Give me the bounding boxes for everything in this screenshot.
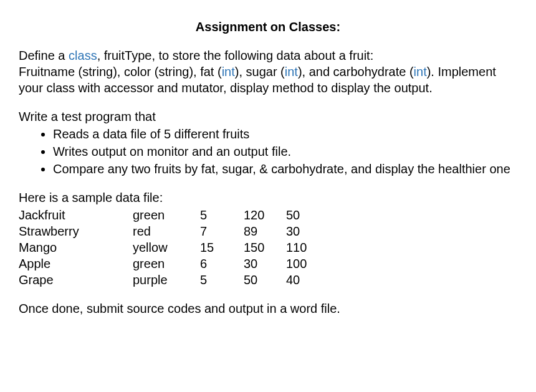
cell-fat: 6 bbox=[200, 256, 244, 272]
list-item: Compare any two fruits by fat, sugar, & … bbox=[53, 161, 517, 177]
keyword-int-2: int bbox=[285, 65, 298, 79]
footer-text: Once done, submit source codes and outpu… bbox=[19, 300, 517, 317]
cell-fat: 5 bbox=[200, 207, 244, 223]
cell-fat: 7 bbox=[200, 223, 244, 239]
cell-color: yellow bbox=[133, 239, 200, 256]
cell-color: green bbox=[133, 207, 200, 223]
sample-data-label: Here is a sample data file: bbox=[19, 189, 517, 206]
table-row: Mango yellow 15 150 110 bbox=[19, 239, 322, 256]
cell-sugar: 30 bbox=[244, 256, 286, 272]
cell-carb: 40 bbox=[286, 272, 322, 288]
test-program-lead: Write a test program that bbox=[19, 108, 517, 125]
cell-carb: 100 bbox=[286, 256, 322, 272]
intro-text-2: , fruitType, to store the following data… bbox=[97, 49, 374, 62]
cell-name: Grape bbox=[19, 272, 133, 288]
cell-fat: 5 bbox=[200, 272, 244, 288]
intro-text-3: Fruitname (string), color (string), fat … bbox=[19, 65, 222, 79]
sample-data-table: Jackfruit green 5 120 50 Strawberry red … bbox=[19, 207, 322, 288]
cell-fat: 15 bbox=[200, 239, 244, 256]
cell-color: green bbox=[133, 256, 200, 272]
intro-text-4: ), sugar ( bbox=[235, 65, 285, 79]
cell-name: Mango bbox=[19, 239, 133, 256]
table-row: Strawberry red 7 89 30 bbox=[19, 223, 322, 239]
table-row: Apple green 6 30 100 bbox=[19, 256, 322, 272]
intro-paragraph: Define a class, fruitType, to store the … bbox=[19, 47, 517, 96]
cell-name: Apple bbox=[19, 256, 133, 272]
intro-text-1: Define a bbox=[19, 49, 69, 62]
cell-carb: 50 bbox=[286, 207, 322, 223]
requirements-list: Reads a data file of 5 different fruits … bbox=[19, 126, 517, 177]
list-item: Writes output on monitor and an output f… bbox=[53, 143, 517, 160]
keyword-class: class bbox=[69, 49, 97, 62]
keyword-int-1: int bbox=[222, 65, 235, 79]
intro-text-5: ), and carbohydrate ( bbox=[298, 65, 414, 79]
page-title: Assignment on Classes: bbox=[19, 19, 517, 35]
table-row: Jackfruit green 5 120 50 bbox=[19, 207, 322, 223]
list-item: Reads a data file of 5 different fruits bbox=[53, 126, 517, 142]
table-row: Grape purple 5 50 40 bbox=[19, 272, 322, 288]
cell-color: red bbox=[133, 223, 200, 239]
cell-sugar: 150 bbox=[244, 239, 286, 256]
cell-name: Jackfruit bbox=[19, 207, 133, 223]
cell-carb: 30 bbox=[286, 223, 322, 239]
cell-sugar: 89 bbox=[244, 223, 286, 239]
keyword-int-3: int bbox=[414, 65, 427, 79]
cell-carb: 110 bbox=[286, 239, 322, 256]
cell-sugar: 50 bbox=[244, 272, 286, 288]
cell-name: Strawberry bbox=[19, 223, 133, 239]
cell-color: purple bbox=[133, 272, 200, 288]
cell-sugar: 120 bbox=[244, 207, 286, 223]
